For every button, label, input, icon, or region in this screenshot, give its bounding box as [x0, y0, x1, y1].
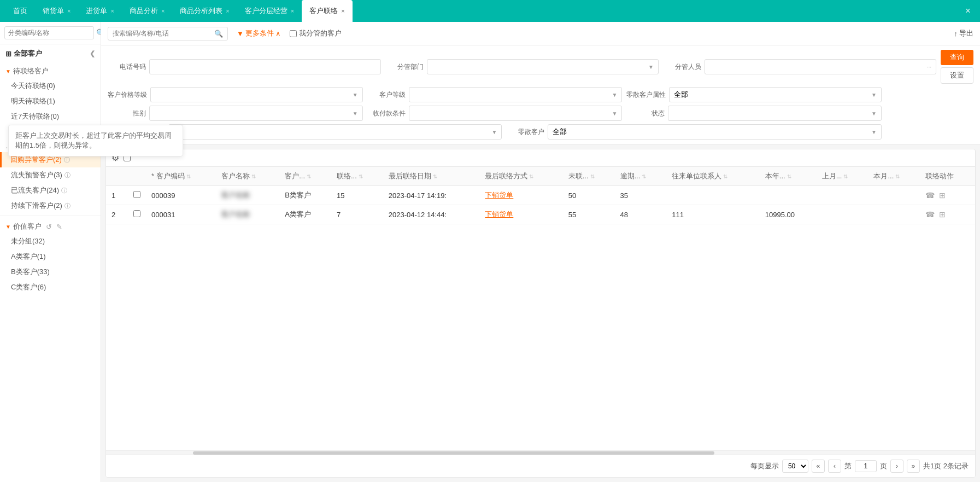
setting-button[interactable]: 设置: [941, 67, 973, 84]
th-contact[interactable]: 联络... ⇅: [331, 167, 383, 186]
nav-sales-order-close[interactable]: ×: [67, 8, 71, 14]
nav-customer-segment-close[interactable]: ×: [291, 8, 294, 14]
my-customers-check[interactable]: [290, 30, 297, 37]
pagination: 每页显示 50 « ‹ 第 页 › » 共1页 2条记录: [106, 455, 975, 477]
phone-input[interactable]: [149, 59, 381, 74]
nav-product-analysis-close[interactable]: ×: [161, 8, 165, 14]
more-action-icon-1[interactable]: ⊞: [939, 191, 946, 200]
customer-name-1: 客户名称: [221, 191, 250, 199]
filter-row-3: 性别 ▼ 收付款条件 ▼ 状态: [108, 106, 973, 121]
th-this-year[interactable]: 本年... ⇅: [760, 167, 817, 186]
nav-customer-segment[interactable]: 客户分层经营 ×: [237, 0, 302, 22]
th-last-method[interactable]: 最后联络方式 ⇅: [479, 167, 562, 186]
person-select[interactable]: ···: [705, 59, 936, 74]
cell-method-2[interactable]: 下销货单: [479, 205, 562, 224]
sort-method-icon: ⇅: [529, 173, 533, 179]
sidebar-item-unclassified[interactable]: 未分组(32): [0, 234, 101, 249]
search-input[interactable]: [113, 30, 212, 37]
nav-product-analysis[interactable]: 商品分析 ×: [122, 0, 172, 22]
page-input[interactable]: [855, 460, 877, 472]
row1-checkbox[interactable]: [133, 191, 140, 198]
th-this-month[interactable]: 本月... ⇅: [868, 167, 920, 186]
nav-customer-contact[interactable]: 客户联络 ×: [302, 0, 352, 22]
customer-level-select[interactable]: ▼: [409, 87, 623, 102]
retail-customer-select[interactable]: 全部 ▼: [548, 124, 882, 140]
more-conditions-button[interactable]: ▼ 更多条件 ∧: [232, 26, 285, 40]
cell-check-1: [128, 186, 146, 205]
sidebar-all-customers[interactable]: ⊞ 全部客户 ❮: [0, 44, 101, 63]
nav-customer-contact-close[interactable]: ×: [341, 8, 344, 14]
payment-field: 收付款条件 ▼: [367, 106, 623, 121]
th-last-date[interactable]: 最后联络日期 ⇅: [383, 167, 480, 186]
last-page-button[interactable]: »: [907, 460, 920, 473]
sidebar-item-declining[interactable]: 持续下滑客户(2) ⓘ: [0, 198, 101, 213]
cell-method-1[interactable]: 下销货单: [479, 186, 562, 205]
row2-checkbox[interactable]: [133, 210, 140, 217]
value-refresh-icon[interactable]: ↺: [46, 223, 52, 231]
th-level[interactable]: 客户... ⇅: [279, 167, 331, 186]
sort-level-icon: ⇅: [307, 173, 311, 179]
th-index: [106, 167, 128, 186]
cell-contact-1: 15: [331, 186, 383, 205]
sidebar-item-today[interactable]: 今天待联络(0): [0, 78, 101, 94]
status-select[interactable]: ▼: [668, 106, 882, 121]
nav-purchase-order-close[interactable]: ×: [110, 8, 114, 14]
sidebar-search-icon[interactable]: 🔍: [96, 28, 101, 37]
cell-tmonth-1: [868, 186, 920, 205]
collapse-icon: ❮: [90, 50, 95, 57]
th-code[interactable]: * 客户编码 ⇅: [146, 167, 216, 186]
retail-customer-field: 零散客户 全部 ▼: [506, 124, 882, 140]
dept-select[interactable]: ▼: [427, 59, 659, 74]
sidebar-item-churned[interactable]: 已流失客户(24) ⓘ: [0, 183, 101, 198]
query-button[interactable]: 查询: [941, 50, 973, 65]
top-nav: 首页 销货单 × 进货单 × 商品分析 × 商品分析列表 × 客户分层经营 × …: [0, 0, 980, 22]
nav-purchase-order[interactable]: 进货单 ×: [78, 0, 121, 22]
my-customers-checkbox[interactable]: 我分管的客户: [290, 28, 342, 38]
cell-contact-2: 7: [331, 205, 383, 224]
th-name[interactable]: 客户名称 ⇅: [216, 167, 279, 186]
export-button[interactable]: ↑ 导出: [954, 28, 974, 38]
more-action-icon-2[interactable]: ⊞: [939, 210, 946, 219]
retail-attr-select[interactable]: 全部 ▼: [669, 87, 882, 102]
th-last-month[interactable]: 上月... ⇅: [817, 167, 868, 186]
sidebar-item-churn-warning[interactable]: 流失预警客户(3) ⓘ: [0, 167, 101, 183]
nav-product-analysis-list[interactable]: 商品分析列表 ×: [172, 0, 237, 22]
sort-contact-icon: ⇅: [359, 173, 363, 179]
next-page-button[interactable]: ›: [890, 460, 903, 473]
retail-attr-arrow: ▼: [871, 92, 877, 98]
th-overdue[interactable]: 逾期... ⇅: [615, 167, 667, 186]
value-edit-icon[interactable]: ✎: [56, 223, 62, 231]
sidebar-item-tomorrow[interactable]: 明天待联络(1): [0, 94, 101, 109]
prev-page-button[interactable]: ‹: [828, 460, 841, 473]
nav-product-analysis-list-close[interactable]: ×: [226, 8, 229, 14]
phone-field: 电话号码: [108, 59, 381, 74]
phone-action-icon-2[interactable]: ☎: [925, 210, 935, 219]
triangle-icon: ▼: [5, 68, 11, 74]
sidebar-item-class-c[interactable]: C类客户(6): [0, 280, 101, 295]
first-page-button[interactable]: «: [812, 460, 825, 473]
cell-code-1: 000039: [146, 186, 216, 205]
price-level-select[interactable]: ▼: [150, 87, 363, 102]
window-close-button[interactable]: ×: [961, 4, 975, 18]
scrollbar-thumb[interactable]: [193, 451, 714, 455]
nav-sales-order[interactable]: 销货单 ×: [35, 0, 78, 22]
th-not-contacted[interactable]: 未联... ⇅: [563, 167, 615, 186]
declining-info-icon: ⓘ: [64, 202, 71, 210]
cell-name-2: 客户名称: [216, 205, 279, 224]
customer-type-select[interactable]: ▼: [168, 124, 502, 140]
payment-select[interactable]: ▼: [409, 106, 623, 121]
sidebar-divider: [0, 216, 101, 216]
nav-home[interactable]: 首页: [5, 0, 35, 22]
sidebar-item-class-b[interactable]: B类客户(33): [0, 264, 101, 280]
status-label: 状态: [626, 109, 665, 118]
sidebar-item-class-a[interactable]: A类客户(1): [0, 249, 101, 264]
sidebar-search-area: 🔍: [0, 22, 101, 44]
sidebar-item-7days[interactable]: 近7天待联络(0): [0, 109, 101, 124]
phone-action-icon-1[interactable]: ☎: [925, 191, 935, 200]
gender-select[interactable]: ▼: [149, 106, 363, 121]
horizontal-scrollbar[interactable]: [106, 450, 975, 455]
page-size-select[interactable]: 50: [782, 460, 808, 473]
filter-row-2: 客户价格等级 ▼ 客户等级 ▼ 零散客户属性 全部: [108, 87, 973, 102]
th-unit-contact[interactable]: 往来单位联系人 ⇅: [666, 167, 760, 186]
sidebar-search-input[interactable]: [4, 26, 94, 39]
